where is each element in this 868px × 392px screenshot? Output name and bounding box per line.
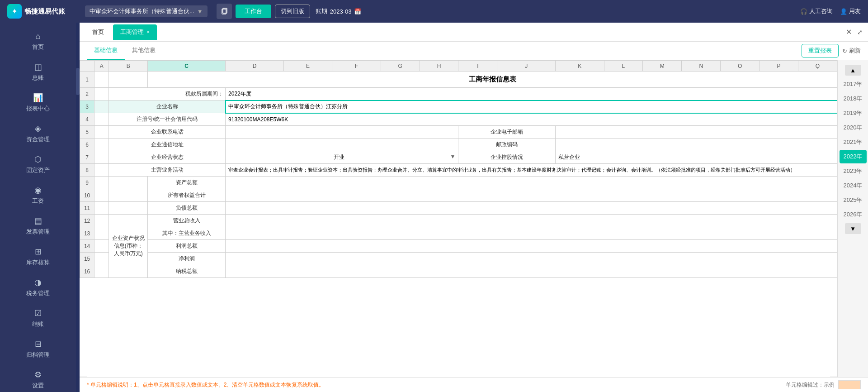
col-header-a[interactable]: A — [94, 61, 109, 72]
cell-12-value[interactable] — [226, 215, 837, 227]
year-item-2026[interactable]: 2026年 — [840, 208, 867, 221]
tab-close-button[interactable]: × — [146, 29, 150, 35]
table-row: 2 税款所属期间： 2022年度 — [80, 88, 837, 100]
cell-13c: 其中：主营业务收入 — [148, 227, 226, 240]
year-2019-label: 2019年 — [844, 110, 863, 116]
cell-5-phone[interactable] — [226, 126, 458, 139]
sidebar-item-reports[interactable]: 📊 报表中心 — [0, 87, 76, 118]
sidebar-item-label: 归档管理 — [26, 351, 50, 359]
year-item-2019[interactable]: 2019年 — [840, 106, 867, 120]
user-avatar[interactable]: 👤 用友 — [840, 7, 861, 15]
col-header-f[interactable]: F — [332, 61, 381, 72]
window-close-button[interactable]: ✕ — [846, 28, 852, 36]
cell-15c: 净利润 — [148, 253, 226, 265]
sidebar-item-inventory[interactable]: ⊞ 库存核算 — [0, 241, 76, 272]
cell-2d-value[interactable]: 2022年度 — [226, 88, 837, 100]
company-selector[interactable]: 中审众环会计师事务所（特殊普通合伙... ▼ — [85, 5, 208, 17]
consult-button[interactable]: 🎧 人工咨询 — [800, 7, 833, 15]
cell-16-value[interactable] — [226, 265, 837, 278]
year-item-2020[interactable]: 2020年 — [840, 121, 867, 134]
year-up-button[interactable]: ▲ — [845, 65, 861, 76]
sidebar-item-archive[interactable]: ⊟ 归档管理 — [0, 334, 76, 364]
tab-commerce[interactable]: 工商管理 × — [113, 24, 157, 40]
col-header-g[interactable]: G — [381, 61, 420, 72]
cell-5-email[interactable] — [556, 126, 837, 139]
copy-icon[interactable] — [217, 4, 232, 19]
sidebar-item-funds[interactable]: ◈ 资金管理 — [0, 118, 76, 149]
row-num-8: 8 — [80, 164, 94, 177]
sidebar-scrollbar[interactable] — [76, 23, 80, 392]
sidebar-item-assets[interactable]: ⬡ 固定资产 — [0, 149, 76, 180]
cell-1b — [109, 72, 148, 88]
workbench-button[interactable]: 工作台 — [236, 5, 271, 18]
col-header-b[interactable]: B — [109, 61, 148, 72]
tab-basic-info[interactable]: 基础信息 — [87, 42, 125, 60]
expand-icon[interactable]: ⤢ — [857, 29, 863, 36]
sidebar-item-settings[interactable]: ⚙ 设置 — [0, 364, 76, 392]
year-item-2025[interactable]: 2025年 — [840, 193, 867, 207]
cell-10b — [109, 189, 148, 202]
year-item-2021[interactable]: 2021年 — [840, 135, 867, 149]
cell-8-business[interactable]: 审查企业会计报表；出具审计报告；验证企业资本；出具验资报告；办理企业合并、分立、… — [226, 164, 837, 177]
tab-other-info[interactable]: 其他信息 — [125, 42, 163, 60]
content-area: 首页 工商管理 × ✕ ⤢ 基础信息 其他信息 重置报表 ↻ 刷新 — [80, 23, 868, 392]
col-header-c[interactable]: C — [148, 61, 226, 72]
cell-10-value[interactable] — [226, 189, 837, 202]
home-icon: ⌂ — [36, 32, 41, 41]
sidebar-item-salary[interactable]: ◉ 工资 — [0, 180, 76, 210]
table-row: 14 利润总额 — [80, 240, 837, 253]
scroll-right-button[interactable]: ▶ — [830, 377, 837, 378]
cell-11-value[interactable] — [226, 202, 837, 215]
cell-9-value[interactable] — [226, 177, 837, 189]
col-header-e[interactable]: E — [283, 61, 332, 72]
col-header-o[interactable]: O — [721, 61, 760, 72]
col-header-d[interactable]: D — [226, 61, 284, 72]
year-2026-label: 2026年 — [844, 211, 863, 218]
year-item-2017[interactable]: 2017年 — [840, 77, 867, 91]
user-label: 用友 — [849, 7, 861, 15]
col-header-i[interactable]: I — [458, 61, 497, 72]
year-item-2023[interactable]: 2023年 — [840, 164, 867, 178]
year-2020-label: 2020年 — [844, 124, 863, 131]
cell-13a — [94, 227, 109, 240]
cell-13-value[interactable] — [226, 227, 837, 240]
sidebar-item-tax[interactable]: ◑ 税务管理 — [0, 272, 76, 303]
tab-home[interactable]: 首页 — [85, 24, 111, 40]
col-header-n[interactable]: N — [682, 61, 721, 72]
col-header-j[interactable]: J — [497, 61, 556, 72]
refresh-button[interactable]: ↻ 刷新 — [842, 44, 861, 57]
year-item-2018[interactable]: 2018年 — [840, 92, 867, 105]
spreadsheet-main: A B C D E F G H I J — [80, 60, 837, 377]
year-item-2024[interactable]: 2024年 — [840, 179, 867, 192]
sidebar-item-close[interactable]: ☑ 结账 — [0, 303, 76, 334]
col-header-l[interactable]: L — [604, 61, 643, 72]
cell-7-status[interactable]: 开业 ▼ — [226, 151, 458, 164]
sidebar-item-label: 资金管理 — [26, 135, 50, 143]
col-header-p[interactable]: P — [760, 61, 798, 72]
cell-6-postal[interactable] — [556, 139, 837, 151]
cell-3-value[interactable]: 中审众环会计师事务所（特殊普通合伙）江苏分所 — [226, 100, 837, 113]
cell-6-address[interactable] — [226, 139, 458, 151]
reset-report-button[interactable]: 重置报表 — [802, 44, 839, 57]
scroll-left-button[interactable]: ◀ — [80, 377, 87, 378]
sidebar-item-home[interactable]: ⌂ 首页 — [0, 26, 76, 57]
col-header-m[interactable]: M — [643, 61, 682, 72]
col-header-k[interactable]: K — [556, 61, 604, 72]
cell-15-value[interactable] — [226, 253, 837, 265]
year-item-2022[interactable]: 2022年 — [840, 150, 867, 163]
cell-14-value[interactable] — [226, 240, 837, 253]
calendar-icon[interactable]: 📅 — [354, 8, 361, 15]
cell-3bc: 企业名称 — [109, 100, 226, 113]
cell-4-value[interactable]: 91320100MA208E5W6K — [226, 113, 837, 126]
col-header-q[interactable]: Q — [798, 61, 837, 72]
old-version-button[interactable]: 切到旧版 — [275, 5, 310, 18]
col-header-h[interactable]: H — [420, 61, 458, 72]
app-logo: ✦ 畅捷通易代账 — [7, 4, 80, 19]
spreadsheet-scroll[interactable]: A B C D E F G H I J — [80, 60, 837, 377]
cell-7-control-value[interactable]: 私营企业 — [556, 151, 837, 164]
year-down-button[interactable]: ▼ — [845, 223, 861, 234]
sidebar-item-invoice[interactable]: ▤ 发票管理 — [0, 210, 76, 241]
sidebar-item-label: 税务管理 — [26, 289, 50, 297]
row-num-10: 10 — [80, 189, 94, 202]
sidebar-item-ledger[interactable]: ◫ 总账 — [0, 57, 76, 87]
